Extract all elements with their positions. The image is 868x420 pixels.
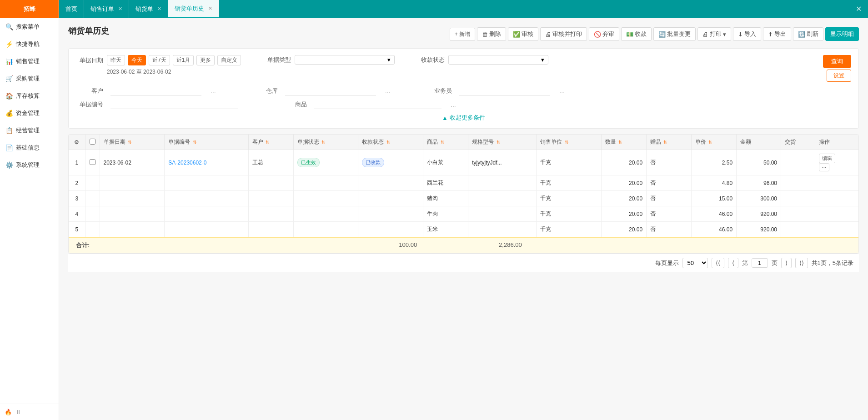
sidebar-label-basic: 基础信息 <box>16 144 40 152</box>
row-expand: 2 <box>69 175 85 191</box>
date-btn-1month[interactable]: 近1月 <box>173 55 194 65</box>
refresh-button[interactable]: 🔃 刷新 <box>793 27 823 41</box>
row-checkbox-cell[interactable] <box>85 222 100 237</box>
date-btn-more[interactable]: 更多 <box>196 55 215 65</box>
col-gift[interactable]: 赠品 ⇅ <box>647 135 692 150</box>
select-all-checkbox[interactable] <box>90 139 95 145</box>
sidebar-item-purchase[interactable]: 🛒 采购管理 <box>0 70 59 87</box>
cell-doc-status <box>293 191 358 206</box>
sidebar-item-quick-nav[interactable]: ⚡ 快捷导航 <box>0 35 59 53</box>
cell-payment-status <box>358 222 423 237</box>
warehouse-input[interactable] <box>285 86 376 95</box>
col-date[interactable]: 单据日期 ⇅ <box>100 135 165 150</box>
sidebar-bottom-icon1[interactable]: 🔥 <box>5 409 12 415</box>
tab-sales-history-close[interactable]: ✕ <box>208 5 212 11</box>
display-detail-button[interactable]: 显示明细 <box>825 27 859 41</box>
first-page-button[interactable]: ⟨⟨ <box>712 258 724 268</box>
tab-sales-order[interactable]: 销售订单 ✕ <box>84 0 129 18</box>
staff-input[interactable] <box>459 86 550 95</box>
col-price[interactable]: 单价 ⇅ <box>692 135 737 150</box>
payment-status-select[interactable]: ▾ <box>448 55 548 65</box>
sidebar-item-sales[interactable]: 📊 销售管理 <box>0 53 59 70</box>
payment-status-label: 收款状态 <box>417 56 445 64</box>
row-checkbox-cell[interactable] <box>85 206 100 222</box>
tab-home[interactable]: 首页 <box>59 0 84 18</box>
review-print-button[interactable]: 🖨 审核并打印 <box>540 27 587 41</box>
col-product[interactable]: 商品 ⇅ <box>423 135 468 150</box>
prev-page-button[interactable]: ⟨ <box>728 258 738 268</box>
tab-sales-history[interactable]: 销货单历史 ✕ <box>168 0 219 18</box>
product-dots[interactable]: ... <box>449 101 458 108</box>
sidebar-item-finance[interactable]: 💰 资金管理 <box>0 105 59 122</box>
col-doc-status[interactable]: 单据状态 ⇅ <box>293 135 358 150</box>
per-page-select[interactable]: 50 100 <box>682 258 708 268</box>
new-button[interactable]: + 新增 <box>450 28 475 41</box>
export-button[interactable]: ⬆ 导出 <box>763 27 791 41</box>
tab-sales-invoice-close[interactable]: ✕ <box>157 6 161 12</box>
sidebar-item-operations[interactable]: 📋 经营管理 <box>0 122 59 139</box>
cell-qty: 20.00 <box>602 191 647 206</box>
next-page-button[interactable]: ⟩ <box>781 258 792 268</box>
sidebar-item-inventory[interactable]: 🏠 库存核算 <box>0 87 59 105</box>
date-btn-today[interactable]: 今天 <box>128 55 146 65</box>
sidebar-item-search-menu[interactable]: 🔍 搜索菜单 <box>0 18 59 35</box>
cell-unit: 千克 <box>537 222 602 237</box>
date-btn-7days[interactable]: 近7天 <box>149 55 170 65</box>
delete-button[interactable]: 🗑 删除 <box>477 27 506 41</box>
col-checkbox[interactable] <box>85 135 100 150</box>
last-page-button[interactable]: ⟩⟩ <box>795 258 808 268</box>
staff-dots[interactable]: ... <box>557 87 567 95</box>
print-button[interactable]: 🖨 打印 ▾ <box>697 27 731 41</box>
row-checkbox-cell[interactable] <box>85 191 100 206</box>
query-button[interactable]: 查询 <box>823 55 851 68</box>
col-doc-no[interactable]: 单据编号 ⇅ <box>165 135 248 150</box>
more-action-btn[interactable]: ··· <box>819 163 829 171</box>
doc-no-input[interactable] <box>110 100 238 109</box>
col-unit[interactable]: 销售单位 ⇅ <box>537 135 602 150</box>
batch-change-icon: 🔄 <box>658 31 666 38</box>
print-dropdown-icon: ▾ <box>723 31 726 38</box>
collect-button[interactable]: 💵 收款 <box>621 27 652 41</box>
product-input[interactable] <box>314 100 442 109</box>
cell-unit: 千克 <box>537 191 602 206</box>
col-customer[interactable]: 客户 ⇅ <box>248 135 293 150</box>
row-checkbox-cell[interactable] <box>85 175 100 191</box>
date-btn-yesterday[interactable]: 昨天 <box>107 55 125 65</box>
tab-sales-invoice[interactable]: 销货单 ✕ <box>129 0 168 18</box>
col-payment-status[interactable]: 收款状态 ⇅ <box>358 135 423 150</box>
sidebar-bottom-icon2[interactable]: ⏸ <box>15 409 21 415</box>
edit-action-btn[interactable]: 编辑 <box>819 154 835 163</box>
col-qty[interactable]: 数量 ⇅ <box>602 135 647 150</box>
row-checkbox-cell[interactable] <box>85 150 100 175</box>
review-button[interactable]: ✅ 审核 <box>508 27 538 41</box>
cell-transaction <box>781 206 815 222</box>
customer-dots[interactable]: ... <box>209 87 218 95</box>
customer-label: 客户 <box>76 87 103 95</box>
page-number-input[interactable] <box>752 258 768 268</box>
tab-home-label: 首页 <box>65 5 77 13</box>
settings-button[interactable]: 设置 <box>827 70 851 82</box>
tab-sales-order-close[interactable]: ✕ <box>118 6 122 12</box>
col-settings[interactable]: ⚙ <box>69 135 85 150</box>
sidebar-label-finance: 资金管理 <box>16 109 40 117</box>
col-spec[interactable]: 规格型号 ⇅ <box>468 135 537 150</box>
col-transaction: 交货 <box>781 135 815 150</box>
doc-type-dropdown-icon: ▾ <box>387 56 391 63</box>
abandon-button[interactable]: 🚫 弃审 <box>589 27 619 41</box>
sidebar-item-system[interactable]: ⚙️ 系统管理 <box>0 156 59 174</box>
collapse-button[interactable]: ▲ 收起更多条件 <box>442 114 485 122</box>
staff-label: 业务员 <box>425 87 452 95</box>
batch-change-button[interactable]: 🔄 批量变更 <box>653 27 696 41</box>
tab-close-all[interactable]: ✕ <box>849 5 868 13</box>
warehouse-dots[interactable]: ... <box>383 87 392 95</box>
customer-input[interactable] <box>110 86 201 95</box>
doc-type-select[interactable]: ▾ <box>295 55 395 65</box>
table-row: 5 玉米 千克 20.00 否 46.00 920.00 <box>69 222 858 237</box>
collapse-row: ▲ 收起更多条件 <box>76 114 851 122</box>
cell-actions <box>815 191 858 206</box>
row-checkbox[interactable] <box>90 159 95 165</box>
collapse-up-icon: ▲ <box>442 115 448 121</box>
sidebar-item-basic-info[interactable]: 📄 基础信息 <box>0 139 59 156</box>
import-button[interactable]: ⬇ 导入 <box>733 27 761 41</box>
date-btn-custom[interactable]: 自定义 <box>217 55 241 65</box>
